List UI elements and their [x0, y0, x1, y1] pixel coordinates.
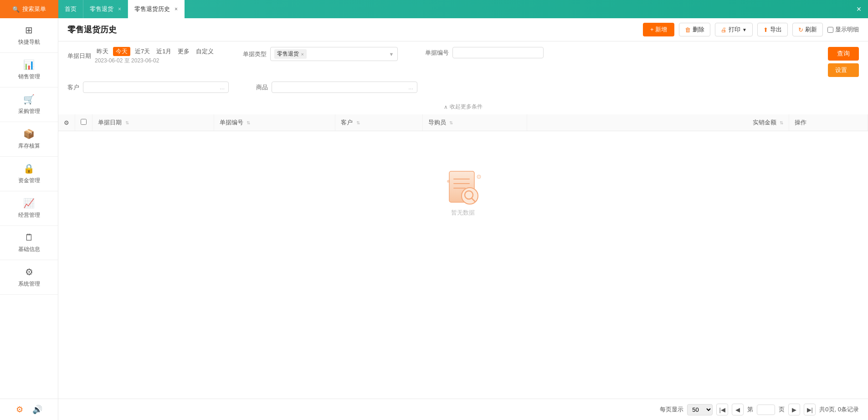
refresh-icon: ↻ [798, 26, 803, 33]
sidebar-item-purchase[interactable]: 🛒 采购管理 [0, 87, 58, 122]
new-button[interactable]: + 新增 [643, 23, 674, 36]
svg-point-7 [447, 180, 450, 183]
th-date[interactable]: 单据日期 ⇅ [92, 114, 214, 131]
system-icon: ⚙ [25, 266, 33, 277]
close-tab-retail-return[interactable]: × [118, 6, 121, 12]
date-filter: 单据日期 昨天 今天 近7天 近1月 更多 自定义 2023-06-02 至 2… [67, 47, 216, 65]
show-detail-input[interactable] [827, 27, 833, 33]
voucher-type-select[interactable]: 零售退货 × ▼ [270, 47, 398, 61]
collapse-row: ∧ 收起更多条件 [67, 100, 859, 114]
sidebar-item-label: 资金管理 [18, 177, 40, 184]
refresh-button[interactable]: ↻ 刷新 [792, 23, 823, 36]
remove-voucher-type-tag[interactable]: × [301, 51, 303, 57]
sort-no-icon: ⇅ [247, 120, 250, 125]
logo-label: 搜索菜单 [22, 5, 46, 13]
date-option-7days[interactable]: 近7天 [133, 47, 152, 56]
print-icon: 🖨 [721, 26, 727, 33]
print-button[interactable]: 🖨 打印 ▼ [715, 23, 753, 36]
pagination-bar: 每页显示 50 10 20 100 |◀ ◀ 第 1 页 ▶ ▶| 共0页, 0… [58, 399, 868, 420]
select-chevron-icon: ▼ [389, 51, 394, 57]
customer-input[interactable]: ... [83, 82, 229, 93]
date-options-group: 昨天 今天 近7天 近1月 更多 自定义 2023-06-02 至 2023-0… [95, 47, 216, 65]
sidebar: ⊞ 快捷导航 📊 销售管理 🛒 采购管理 📦 库存核算 🔒 资金管理 📈 经营管… [0, 18, 58, 420]
page-title: 零售退货历史 [67, 24, 117, 35]
sidebar-item-inventory[interactable]: 📦 库存核算 [0, 122, 58, 157]
sidebar-item-label: 经营管理 [18, 211, 40, 219]
date-option-more[interactable]: 更多 [176, 47, 191, 56]
customer-filter: 客户 ... [67, 82, 229, 93]
settings-bottom-icon[interactable]: ⚙ [16, 405, 23, 415]
date-option-custom[interactable]: 自定义 [194, 47, 216, 56]
sidebar-item-label: 系统管理 [18, 280, 40, 288]
purchase-icon: 🛒 [23, 94, 35, 105]
date-range-display: 2023-06-02 至 2023-06-02 [95, 57, 216, 65]
select-all-checkbox[interactable] [81, 119, 87, 125]
filter-area: 单据日期 昨天 今天 近7天 近1月 更多 自定义 2023-06-02 至 2… [58, 41, 868, 114]
sidebar-item-sales[interactable]: 📊 销售管理 [0, 53, 58, 87]
search-menu[interactable]: 🔍 搜索菜单 [0, 0, 58, 18]
query-button[interactable]: 查询 [828, 47, 859, 61]
sales-icon: 📊 [23, 59, 35, 70]
audio-icon[interactable]: 🔊 [32, 405, 42, 415]
customer-ellipsis: ... [220, 84, 225, 91]
sort-customer-icon: ⇅ [356, 120, 360, 125]
th-checkbox[interactable] [75, 114, 92, 131]
date-filter-label: 单据日期 [67, 52, 91, 60]
tab-retail-return[interactable]: 零售退货 × [83, 0, 128, 18]
sidebar-item-system[interactable]: ⚙ 系统管理 [0, 260, 58, 295]
th-guide[interactable]: 导购员 ⇅ [422, 114, 527, 131]
finance-icon: 🔒 [23, 163, 35, 174]
window-close-button[interactable]: × [850, 0, 868, 18]
sidebar-item-operations[interactable]: 📈 经营管理 [0, 191, 58, 226]
date-option-yesterday[interactable]: 昨天 [95, 47, 110, 56]
show-detail-checkbox[interactable]: 显示明细 [827, 26, 859, 34]
goods-input[interactable]: ... [272, 82, 417, 93]
th-settings[interactable]: ⚙ [58, 114, 75, 131]
page-label: 第 [747, 405, 753, 414]
tab-home-label: 首页 [65, 5, 77, 13]
collapse-button[interactable]: ∧ 收起更多条件 [444, 103, 483, 111]
goods-ellipsis: ... [408, 84, 413, 91]
goods-filter: 商品 ... [256, 82, 417, 93]
delete-icon: 🗑 [685, 26, 691, 33]
empty-state-icon [440, 168, 486, 209]
sidebar-item-label: 库存核算 [18, 142, 40, 150]
voucher-type-label: 单据类型 [243, 50, 267, 58]
empty-state: 暂无数据 [58, 131, 868, 253]
main-layout: ⊞ 快捷导航 📊 销售管理 🛒 采购管理 📦 库存核算 🔒 资金管理 📈 经营管… [0, 18, 868, 420]
prev-page-button[interactable]: ◀ [732, 404, 744, 415]
sidebar-bottom: ⚙ 🔊 [0, 399, 58, 420]
tab-home[interactable]: 首页 [58, 0, 83, 18]
setting-button[interactable]: 设置 [828, 63, 859, 77]
sidebar-item-basic-info[interactable]: 🗒 基础信息 [0, 226, 58, 260]
th-amount[interactable]: 实销金额 ⇅ [527, 114, 789, 131]
export-icon: ⬆ [763, 26, 768, 33]
delete-button[interactable]: 🗑 删除 [679, 23, 710, 36]
sidebar-item-quick-nav[interactable]: ⊞ 快捷导航 [0, 18, 58, 53]
page-header: 零售退货历史 + 新增 🗑 删除 🖨 打印 ▼ ⬆ 导出 [58, 18, 868, 41]
page-suffix: 页 [779, 405, 785, 414]
svg-point-8 [477, 175, 481, 179]
voucher-no-label: 单据编号 [425, 49, 449, 57]
per-page-select[interactable]: 50 10 20 100 [687, 404, 713, 415]
top-bar: 🔍 搜索菜单 首页 零售退货 × 零售退货历史 × × [0, 0, 868, 18]
last-page-button[interactable]: ▶| [804, 404, 816, 415]
per-page-label: 每页显示 [660, 405, 683, 414]
tab-retail-return-history[interactable]: 零售退货历史 × [128, 0, 185, 18]
voucher-type-filter: 单据类型 零售退货 × ▼ [243, 47, 398, 61]
date-option-today[interactable]: 今天 [113, 47, 130, 56]
close-tab-retail-return-history[interactable]: × [175, 6, 178, 12]
tab-retail-return-history-label: 零售退货历史 [134, 5, 170, 13]
date-option-1month[interactable]: 近1月 [154, 47, 173, 56]
page-input[interactable]: 1 [757, 405, 775, 415]
print-dropdown-icon: ▼ [742, 27, 747, 32]
th-customer[interactable]: 客户 ⇅ [335, 114, 423, 131]
first-page-button[interactable]: |◀ [716, 404, 728, 415]
export-button[interactable]: ⬆ 导出 [757, 23, 788, 36]
sidebar-item-finance[interactable]: 🔒 资金管理 [0, 157, 58, 191]
table-header: ⚙ 单据日期 ⇅ 单据编号 ⇅ 客户 ⇅ [58, 114, 868, 131]
quick-nav-icon: ⊞ [25, 25, 33, 36]
voucher-no-input[interactable] [452, 47, 544, 58]
th-no[interactable]: 单据编号 ⇅ [214, 114, 335, 131]
next-page-button[interactable]: ▶ [788, 404, 800, 415]
